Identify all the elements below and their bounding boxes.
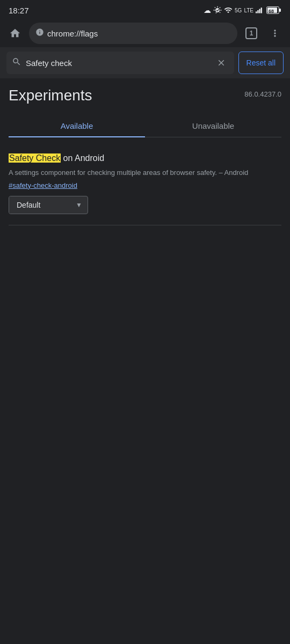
search-input-wrap[interactable]: Safety check [6, 52, 234, 74]
experiments-title: Experiments [9, 87, 92, 104]
tab-switcher-button[interactable]: 1 [242, 24, 261, 43]
address-bar-row: chrome://flags 1 [0, 19, 290, 47]
feature-link[interactable]: #safety-check-android [9, 181, 281, 189]
alarm-icon [213, 6, 222, 14]
version-text: 86.0.4237.0 [244, 90, 281, 98]
info-icon [35, 28, 44, 39]
search-bar: Safety check Reset all [0, 47, 290, 78]
feature-dropdown-wrap[interactable]: Default Enabled Disabled ▼ [9, 196, 88, 214]
battery-icon: 68 [266, 6, 281, 14]
lte-text: LTE [244, 8, 253, 13]
feature-title-highlight: Safety Check [9, 153, 61, 163]
search-text: Safety check [26, 58, 209, 68]
clear-search-button[interactable] [214, 55, 229, 70]
search-icon [12, 57, 21, 69]
main-content: Experiments 86.0.4237.0 Available Unavai… [0, 78, 290, 225]
feature-description: A settings component for checking multip… [9, 167, 281, 178]
home-button[interactable] [5, 24, 25, 43]
experiments-header: Experiments 86.0.4237.0 [9, 87, 281, 104]
svg-rect-5 [279, 9, 281, 12]
feature-dropdown[interactable]: Default Enabled Disabled [9, 196, 74, 214]
tab-available[interactable]: Available [9, 115, 145, 137]
feature-title-rest: on Android [61, 153, 104, 163]
tabs-row: Available Unavailable [9, 115, 281, 137]
signal-bars-icon [256, 6, 264, 14]
address-input[interactable]: chrome://flags [29, 23, 237, 44]
address-text: chrome://flags [47, 29, 231, 38]
svg-text:68: 68 [269, 9, 274, 14]
wifi-icon [224, 6, 233, 14]
svg-rect-3 [261, 8, 262, 13]
feature-title: Safety Check on Android [9, 152, 281, 164]
tab-count: 1 [245, 27, 257, 39]
status-bar: 18:27 ☁ 5G LTE 68 [0, 0, 290, 19]
feature-item-safety-check: Safety Check on Android A settings compo… [9, 150, 281, 225]
dropdown-arrow-icon: ▼ [74, 201, 88, 209]
svg-rect-2 [259, 9, 260, 13]
svg-rect-1 [257, 10, 258, 13]
svg-rect-0 [256, 11, 257, 13]
reset-all-button[interactable]: Reset all [238, 52, 284, 74]
tab-unavailable[interactable]: Unavailable [145, 115, 281, 137]
status-time: 18:27 [9, 6, 29, 15]
more-options-button[interactable] [265, 24, 285, 43]
signal-text: 5G [235, 8, 242, 13]
cloud-icon: ☁ [204, 6, 211, 14]
status-icons: ☁ 5G LTE 68 [204, 6, 281, 14]
